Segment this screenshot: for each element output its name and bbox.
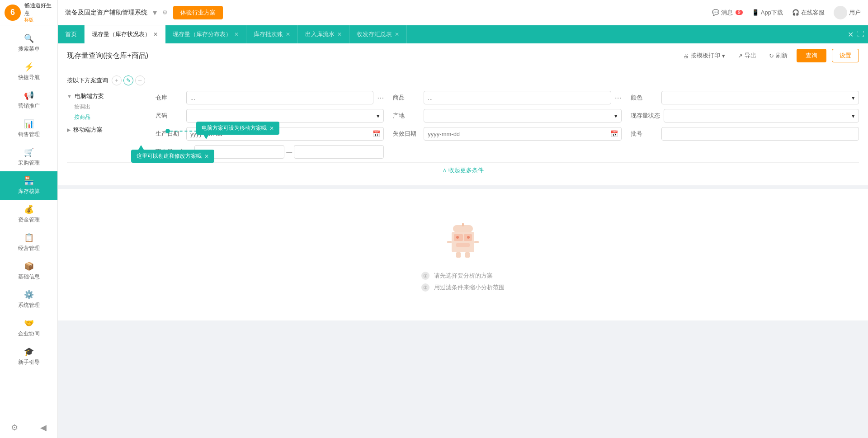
goods-label: 商品	[393, 94, 420, 102]
tab-close-icon[interactable]: ✕	[153, 31, 158, 38]
color-select[interactable]: ▾	[661, 91, 859, 104]
scheme-mobile[interactable]: ▶ 移动端方案	[67, 124, 142, 135]
color-chevron-icon: ▾	[852, 94, 855, 101]
header-left: 装备及固定资产辅助管理系统 ▾ ⚙ 体验行业方案	[65, 6, 223, 19]
user-group[interactable]: 用户	[834, 6, 861, 19]
collapse-footer-icon[interactable]: ◀	[40, 423, 47, 433]
scheme-desktop[interactable]: ▼ 电脑端方案	[67, 91, 142, 102]
tooltip-close-2[interactable]: ✕	[204, 153, 209, 160]
empty-state: ① 请先选择要分析的方案 ② 用过滤条件来缩小分析范围	[58, 189, 868, 320]
scheme-mobile-label: 移动端方案	[73, 126, 103, 134]
empty-step-2: ② 用过滤条件来缩小分析范围	[421, 282, 505, 293]
message-group[interactable]: 💬 消息 9	[712, 9, 743, 17]
inv-main-to[interactable]	[294, 145, 384, 159]
sidebar: 6 畅通道好生意 标版 🔍 搜索菜单 ⚡ 快捷导航 📢 营销推广 📊 销售管理 …	[0, 0, 58, 438]
goods-input[interactable]	[424, 91, 611, 104]
sidebar-item-inventory[interactable]: 🏪 库存核算	[0, 171, 57, 200]
system-dropdown-icon[interactable]: ▾	[153, 8, 157, 18]
filter-row-4: 现存量（主） —	[156, 145, 859, 159]
logo-area: 6 畅通道好生意 标版	[0, 0, 57, 25]
inv-status-label: 现存量状态	[631, 112, 660, 120]
message-icon: 💬	[712, 9, 719, 16]
tooltip-close-1[interactable]: ✕	[269, 125, 274, 132]
back-btn[interactable]: ←	[135, 75, 145, 85]
arrow-right-icon: ▶	[67, 127, 71, 133]
tab-in-out-flow[interactable]: 出入库流水 ✕	[298, 25, 349, 43]
tab-home-label: 首页	[65, 30, 77, 38]
sidebar-item-label: 系统管理	[18, 301, 40, 309]
settings-btn[interactable]: 设置	[832, 49, 859, 62]
online-support-group[interactable]: 🎧 在线客服	[792, 9, 825, 17]
sidebar-item-quick[interactable]: ⚡ 快捷导航	[0, 57, 57, 86]
tab-bar: 首页 现存量（库存状况表） ✕ 现存量（库存分布表） ✕ 库存批次账 ✕ 出入库…	[58, 25, 868, 43]
quick-icon: ⚡	[24, 62, 34, 72]
batch-input[interactable]	[661, 127, 859, 141]
expiry-date-input[interactable]	[424, 127, 621, 141]
tab-close-all-icon[interactable]: ✕	[848, 30, 854, 39]
warehouse-dots[interactable]: ···	[377, 93, 384, 103]
sidebar-item-operations[interactable]: 📋 经营管理	[0, 228, 57, 257]
sidebar-item-marketing[interactable]: 📢 营销推广	[0, 86, 57, 114]
tab-batch-account[interactable]: 库存批次账 ✕	[246, 25, 298, 43]
refresh-btn[interactable]: ↻ 刷新	[765, 50, 791, 61]
origin-select[interactable]: ▾	[424, 109, 621, 122]
sidebar-item-enterprise[interactable]: 🤝 企业协同	[0, 314, 57, 342]
app-download-group[interactable]: 📱 App下载	[752, 9, 783, 17]
sidebar-item-system[interactable]: ⚙️ 系统管理	[0, 285, 57, 314]
sidebar-item-basic[interactable]: 📦 基础信息	[0, 257, 57, 285]
tab-collect-summary[interactable]: 收发存汇总表 ✕	[349, 25, 407, 43]
print-dropdown-icon: ▾	[722, 52, 725, 59]
tab-inventory-status[interactable]: 现存量（库存状况表） ✕	[85, 25, 165, 43]
sidebar-item-finance[interactable]: 💰 资金管理	[0, 200, 57, 228]
add-scheme-btn[interactable]: +	[112, 75, 122, 85]
sidebar-item-guide[interactable]: 🎓 新手引导	[0, 342, 57, 371]
scheme-item-adjust[interactable]: 按调出	[74, 102, 142, 112]
sidebar-item-search[interactable]: 🔍 搜索菜单	[0, 29, 57, 57]
filter-row-1: 仓库 ··· 商品 ··· 颜色	[156, 91, 859, 104]
sidebar-item-label: 企业协同	[18, 330, 40, 338]
sidebar-item-sales[interactable]: 📊 销售管理	[0, 114, 57, 143]
svg-point-4	[456, 236, 459, 239]
system-icon: ⚙️	[24, 290, 34, 300]
collapse-bar[interactable]: ∧ 收起更多条件	[67, 162, 859, 178]
settings-footer-icon[interactable]: ⚙	[11, 423, 18, 433]
user-avatar	[834, 6, 847, 19]
logo-badge: 标版	[24, 17, 53, 23]
tab-home[interactable]: 首页	[58, 25, 85, 43]
warehouse-input[interactable]	[186, 91, 373, 104]
tooltip-scheme-edit: 这里可以创建和修改方案哦 ✕	[131, 150, 214, 163]
tab-close-icon[interactable]: ✕	[234, 31, 239, 38]
page-actions: 🖨 按模板打印 ▾ ↗ 导出 ↻ 刷新 查询 设置	[679, 49, 859, 62]
size-select[interactable]: ▾	[186, 109, 384, 122]
svg-rect-7	[474, 241, 479, 243]
goods-dots[interactable]: ···	[615, 93, 622, 103]
tab-close-icon[interactable]: ✕	[286, 31, 290, 38]
print-template-btn[interactable]: 🖨 按模板打印 ▾	[679, 50, 729, 61]
tab-maximize-icon[interactable]: ⛶	[857, 30, 864, 38]
tab-inventory-dist-label: 现存量（库存分布表）	[173, 30, 231, 38]
sidebar-item-label: 快捷导航	[18, 74, 40, 81]
query-btn[interactable]: 查询	[797, 49, 826, 62]
export-btn[interactable]: ↗ 导出	[734, 50, 760, 61]
tab-close-icon[interactable]: ✕	[395, 31, 399, 38]
sidebar-item-purchase[interactable]: 🛒 采购管理	[0, 143, 57, 171]
inventory-icon: 🏪	[24, 176, 34, 186]
industry-btn[interactable]: 体验行业方案	[173, 6, 223, 19]
warehouse-label: 仓库	[156, 94, 183, 102]
logo-icon: 6	[5, 5, 21, 21]
range-separator: —	[286, 149, 292, 155]
sidebar-item-label: 搜索菜单	[18, 45, 40, 53]
inv-status-select[interactable]: ▾	[664, 109, 859, 122]
tab-close-icon[interactable]: ✕	[337, 31, 342, 38]
settings-icon[interactable]: ⚙	[162, 9, 168, 16]
edit-scheme-btn[interactable]: ✎	[123, 75, 133, 85]
expiry-date-label: 失效日期	[393, 130, 420, 138]
tab-in-out-flow-label: 出入库流水	[305, 30, 335, 38]
print-icon: 🖨	[683, 52, 689, 59]
filter-actions: + ✎ ←	[112, 75, 145, 85]
scheme-item-goods[interactable]: 按商品	[74, 112, 142, 122]
tab-batch-account-label: 库存批次账	[254, 30, 283, 38]
app-download-label: App下载	[761, 9, 783, 17]
tab-inventory-dist[interactable]: 现存量（库存分布表） ✕	[165, 25, 246, 43]
empty-steps: ① 请先选择要分析的方案 ② 用过滤条件来缩小分析范围	[421, 270, 505, 293]
